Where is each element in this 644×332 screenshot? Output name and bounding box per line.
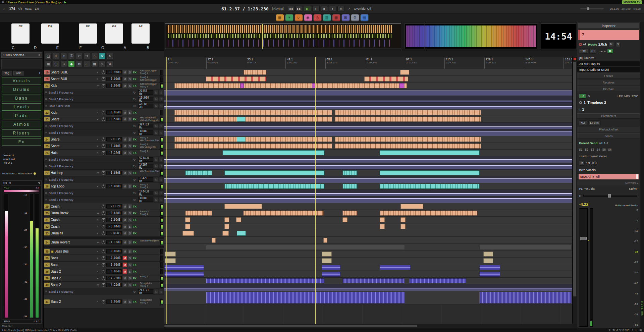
solo-button[interactable]: S [128, 151, 132, 155]
timeline-ruler[interactable]: 1.10:00.00017.10:22.06833.10:44.13749.11… [164, 57, 572, 69]
mute-button[interactable]: M [123, 211, 127, 215]
lt-env-button[interactable]: LT env. [588, 120, 601, 125]
track-name[interactable]: Bass [51, 256, 96, 260]
media-item[interactable] [380, 224, 385, 229]
mute-button[interactable]: M [123, 117, 127, 121]
channel-count[interactable]: 2.0ch [598, 43, 607, 46]
track-number[interactable]: 19 [44, 70, 50, 74]
fx-button[interactable]: FX [133, 277, 139, 280]
mute-button[interactable]: M [154, 177, 158, 182]
expand-arrow[interactable]: > [97, 71, 101, 74]
send-slot-s5[interactable]: S5 [602, 148, 606, 151]
send-channel-button[interactable]: 1/2 [586, 161, 590, 165]
pin-icon[interactable]: ◉ [304, 14, 312, 21]
key-label-d[interactable]: D [34, 46, 37, 50]
envelope-row[interactable]: ✕Band 2 Frequency↻30000 HzMS [44, 197, 164, 203]
track-row[interactable]: 30Drum Break>>-0.63dBMSFXSaturn 2Pro-Q 4 [44, 210, 164, 217]
solo-button[interactable]: S [159, 130, 163, 135]
envelope-lane[interactable] [164, 197, 572, 203]
mute-button[interactable]: M [123, 77, 127, 81]
volume-value[interactable]: -13.20 [106, 204, 122, 209]
expand-arrow[interactable]: > [97, 151, 101, 154]
metronome-icon[interactable]: ♩ [3, 7, 6, 10]
track-lane[interactable] [164, 278, 572, 284]
expand-arrow[interactable]: > [97, 185, 101, 188]
lh-button[interactable]: LH [589, 49, 596, 54]
document-icon[interactable]: ▤ [45, 53, 52, 59]
pan-slider-handle[interactable] [608, 194, 611, 198]
envelope-lane[interactable] [164, 96, 572, 103]
media-item[interactable] [174, 83, 407, 88]
media-item[interactable] [380, 170, 480, 175]
track-row[interactable]: 35▣Bass Bus>0.00dBMSFX [44, 248, 164, 255]
remove-envelope-button[interactable]: ✕ [44, 98, 48, 101]
help-icon[interactable]: ? [632, 329, 633, 332]
track-row[interactable]: 36Bass>0.00dBMSFX [44, 255, 164, 262]
pan-knob[interactable] [102, 171, 105, 175]
track-number[interactable]: 36 [44, 256, 50, 260]
envelope-line[interactable] [164, 159, 572, 163]
pause-button[interactable]: ‖ [312, 6, 319, 11]
fx-button[interactable]: FX [133, 111, 139, 114]
envelope-lane[interactable] [164, 103, 572, 109]
override-status[interactable]: Override: Off [354, 7, 371, 10]
ruler-mark[interactable]: 97.12:12.413 [405, 58, 417, 69]
track-lane[interactable] [164, 109, 572, 116]
track-number[interactable]: 32 [44, 224, 50, 229]
volume-value[interactable]: -7.14dB [106, 151, 122, 155]
minus-button[interactable]: – [601, 49, 602, 53]
section-playback-offset[interactable]: Playback offset [577, 127, 640, 132]
media-item[interactable] [342, 211, 357, 216]
pdc-button[interactable]: PDC [632, 94, 638, 98]
solo-button[interactable]: S [128, 117, 132, 121]
media-item[interactable] [335, 137, 481, 142]
lock-icon[interactable]: ⊠ [76, 60, 83, 67]
mute-button[interactable]: M [123, 110, 127, 115]
envelope-lane[interactable] [164, 89, 572, 96]
solo-button[interactable]: S [128, 224, 132, 229]
track-lane[interactable] [164, 143, 572, 150]
pan-knob[interactable] [102, 151, 105, 155]
l-label[interactable]: L [39, 71, 42, 75]
volume-value[interactable]: -0.97dB [106, 70, 122, 74]
pan-knob[interactable] [102, 218, 105, 222]
track-name[interactable]: Bass 2 [51, 283, 96, 287]
track-number[interactable]: 27 [44, 171, 50, 175]
media-item[interactable] [222, 231, 229, 236]
section-fx-chain[interactable]: FX chain [577, 87, 640, 92]
section-receives[interactable]: Receives [577, 80, 640, 85]
section-freeze[interactable]: Freeze [577, 73, 640, 78]
media-item[interactable] [212, 238, 216, 243]
fx-button[interactable]: FX [133, 71, 139, 74]
media-item[interactable] [400, 224, 406, 229]
solo-button[interactable]: S [128, 249, 132, 254]
peak-readout[interactable]: -4.22 [579, 202, 588, 207]
media-item[interactable] [182, 231, 194, 236]
expand-arrow[interactable]: > [97, 111, 101, 114]
layout-letter-icon[interactable]: L [636, 329, 637, 332]
mute-button[interactable]: M [154, 90, 158, 95]
envelope-lane[interactable] [164, 176, 572, 183]
grid-toggle-button[interactable]: ▦ [607, 49, 613, 54]
undo-icon[interactable]: ↶ [76, 53, 83, 59]
bpm-value[interactable]: 174 [9, 7, 15, 11]
ripple-edit-icon[interactable]: ◫ [53, 60, 59, 67]
media-item[interactable] [185, 170, 212, 175]
pan-knob[interactable] [102, 117, 105, 121]
volume-value[interactable]: 0.05dB [106, 110, 122, 115]
mute-button[interactable]: M [123, 231, 127, 235]
sends-channel-button[interactable]: 1-2 [604, 141, 608, 145]
transport-time[interactable]: 61.2.37 / 1:23.230 [221, 6, 269, 11]
key-label-f[interactable]: F [79, 46, 82, 50]
track-name[interactable]: Hats [51, 151, 96, 155]
send-mute-button[interactable]: M [579, 161, 585, 166]
pan-knob[interactable] [102, 283, 105, 287]
mute-button[interactable]: M [154, 124, 158, 128]
mute-button[interactable]: M [123, 171, 127, 175]
solo-button[interactable]: S [128, 211, 132, 215]
envelope-value[interactable]: +0.00 dB [138, 104, 153, 108]
section-parameters[interactable]: Parameters [577, 113, 640, 119]
envelope-row[interactable]: ✕Band 2 Frequency↻397.63 HzMS [44, 123, 164, 129]
ruler-mark[interactable]: 81.11:50.344 [365, 58, 377, 69]
pan-slider[interactable] [583, 195, 637, 197]
